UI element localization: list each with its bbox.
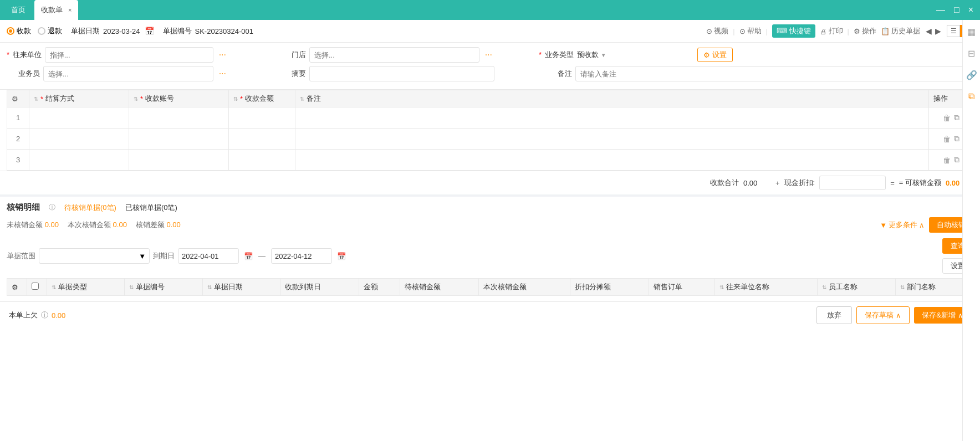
current-verify-label: 本次核销金额 <box>68 221 111 229</box>
shortcut-icon: ⌨ <box>777 27 787 35</box>
row3-settle[interactable] <box>29 150 129 171</box>
prev-value: 0.00 <box>52 311 65 320</box>
date-to-calendar-icon[interactable]: 📅 <box>337 252 346 260</box>
btable-settings-icon[interactable]: ⚙ <box>12 283 18 291</box>
row1-amount[interactable] <box>229 107 295 129</box>
counterparty-input[interactable] <box>45 47 213 63</box>
radio-receipt[interactable]: 收款 <box>7 26 31 36</box>
bth-date: ⇅单据日期 <box>202 279 280 296</box>
th-settle-label: 结算方式 <box>45 94 74 104</box>
row1-account[interactable] <box>129 107 229 129</box>
row1-delete-icon[interactable]: 🗑 <box>943 114 951 122</box>
maximize-button[interactable]: □ <box>952 5 962 15</box>
row2-account[interactable] <box>129 129 229 150</box>
current-verify-value: 0.00 <box>113 221 127 229</box>
date-field: 单据日期 2023-03-24 📅 <box>71 26 154 36</box>
row3-num: 3 <box>7 150 29 171</box>
range-select[interactable]: ▼ <box>39 248 150 264</box>
row1-copy-icon[interactable]: ⧉ <box>954 113 959 122</box>
video-label: 视频 <box>714 26 728 36</box>
more-conditions-link[interactable]: ▼ 更多条件 ∧ <box>880 220 925 230</box>
business-type-select[interactable]: 预收款 ▼ <box>577 50 690 60</box>
store-more-icon[interactable]: ··· <box>483 50 494 60</box>
staff-field: 业务员 ··· <box>7 66 228 81</box>
date-value[interactable]: 2023-03-24 <box>103 27 140 35</box>
date-from-input[interactable] <box>178 248 239 264</box>
plus-sign: + <box>775 179 780 187</box>
row3-copy-icon[interactable]: ⧉ <box>954 155 959 165</box>
tab-receipt-label: 收款单 <box>41 5 63 15</box>
remark-input[interactable] <box>575 66 973 81</box>
print-label: 打印 <box>829 26 843 36</box>
main-table: ⚙ ⇅ * 结算方式 ⇅ * 收款账号 <box>7 90 973 171</box>
tab-receipt[interactable]: 收款单 × <box>34 0 78 20</box>
next-arrow[interactable]: ▶ <box>934 27 942 35</box>
sidebar-camera-icon[interactable]: ⧉ <box>966 89 977 104</box>
operate-link[interactable]: ⚙ 操作 <box>854 26 876 36</box>
row3-delete-icon[interactable]: 🗑 <box>943 156 951 165</box>
tab-home[interactable]: 首页 <box>4 0 32 20</box>
bth-checkbox <box>27 279 47 296</box>
video-link[interactable]: ⊙ 视频 <box>706 26 728 36</box>
close-button[interactable]: × <box>966 5 976 15</box>
row2-remark[interactable] <box>295 129 929 150</box>
business-type-label: * 业务类型 <box>539 50 574 60</box>
th-remark: ⇅ 备注 <box>295 90 929 107</box>
row3-remark[interactable] <box>295 150 929 171</box>
shortcut-button[interactable]: ⌨ 快捷键 <box>772 24 815 38</box>
bottom-table-wrap: ⚙ ⇅单据类型 ⇅单据编号 ⇅单据日期 <box>7 278 973 296</box>
date-calendar-icon[interactable]: 📅 <box>145 27 154 35</box>
save-draft-button[interactable]: 保存草稿 ∧ <box>856 306 910 324</box>
th-amount-label: 收款金额 <box>245 94 274 104</box>
tab-close-icon[interactable]: × <box>68 7 72 13</box>
radio-refund[interactable]: 退款 <box>38 26 62 36</box>
prev-arrow[interactable]: ◀ <box>925 27 933 35</box>
form-section: * 往来单位 ··· 门店 ··· * 业务类型 预收款 ▼ <box>0 43 980 90</box>
sidebar-layer-icon[interactable]: ⊟ <box>966 46 977 61</box>
row2-delete-icon[interactable]: 🗑 <box>943 135 951 143</box>
select-all-checkbox[interactable] <box>32 283 39 290</box>
staff-more-icon[interactable]: ··· <box>217 69 228 79</box>
settings-form-button[interactable]: ⚙ 设置 <box>697 48 733 62</box>
print-link[interactable]: 🖨 打印 <box>820 26 843 36</box>
th-operation-label: 操作 <box>933 94 948 102</box>
verified-tab[interactable]: 已核销单据(0笔) <box>125 203 177 213</box>
sidebar-link-icon[interactable]: 🔗 <box>964 68 979 83</box>
pending-tab[interactable]: 待核销单据(0笔) <box>64 203 116 213</box>
history-link[interactable]: 📋 历史单据 <box>881 26 920 36</box>
th-settings: ⚙ <box>7 90 29 107</box>
filter-row: 单据范围 ▼ 到期日 📅 — 📅 查询 设置 <box>7 238 973 274</box>
settle-required: * <box>40 95 43 103</box>
eq-sign: = <box>890 179 895 187</box>
summary-input[interactable] <box>309 66 494 81</box>
row2-copy-icon[interactable]: ⧉ <box>954 134 959 143</box>
business-type-arrow: ▼ <box>601 52 606 58</box>
minimize-button[interactable]: — <box>934 5 947 15</box>
date-to-input[interactable] <box>271 248 332 264</box>
help-link[interactable]: ⊙ 帮助 <box>739 26 762 36</box>
list-view-btn[interactable]: ☰ <box>947 25 960 37</box>
main-content: 收款 退款 单据日期 2023-03-24 📅 单据编号 SK-20230324… <box>0 20 980 441</box>
staff-input[interactable] <box>43 66 213 81</box>
row3-account[interactable] <box>129 150 229 171</box>
summary-row: 收款合计 0.00 + 现金折扣: = = 可核销金额 0.00 <box>0 171 980 194</box>
row1-remark[interactable] <box>295 107 929 129</box>
date-from-calendar-icon[interactable]: 📅 <box>244 252 253 260</box>
main-table-wrap: ⚙ ⇅ * 结算方式 ⇅ * 收款账号 <box>0 90 980 171</box>
row2-num: 2 <box>7 129 29 150</box>
store-input[interactable] <box>309 47 479 63</box>
row1-settle[interactable] <box>29 107 129 129</box>
verify-title: 核销明细 <box>7 202 40 213</box>
table-row: 2 🗑 ⧉ <box>7 129 973 150</box>
row2-amount[interactable] <box>229 129 295 150</box>
discount-input[interactable] <box>819 176 886 190</box>
table-settings-icon[interactable]: ⚙ <box>12 95 18 103</box>
sort-amount-icon: ⇅ <box>233 96 238 102</box>
counterparty-more-icon[interactable]: ··· <box>217 50 228 60</box>
row3-amount[interactable] <box>229 150 295 171</box>
sidebar-table-icon[interactable]: ▦ <box>965 24 978 39</box>
row2-settle[interactable] <box>29 129 129 150</box>
abandon-button[interactable]: 放弃 <box>816 306 852 324</box>
form-row-1: * 往来单位 ··· 门店 ··· * 业务类型 预收款 ▼ <box>7 47 973 63</box>
toolbar-actions: ⊙ 视频 | ⊙ 帮助 | ⌨ 快捷键 🖨 打印 | ⚙ 操作 <box>706 24 973 38</box>
